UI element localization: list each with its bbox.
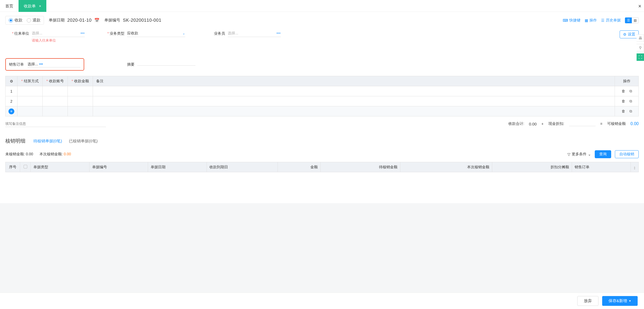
col-this-verify[interactable]: 本次核销金额 xyxy=(400,162,492,172)
shortcut-link[interactable]: ⌨ 快捷键 xyxy=(563,18,580,23)
col-discount[interactable]: 折扣分摊额 xyxy=(492,162,572,172)
salesman-select[interactable]: 选择... ••• xyxy=(228,30,281,37)
add-row-button[interactable]: + xyxy=(8,108,14,114)
col-no[interactable]: 单据编号 xyxy=(89,162,148,172)
col-type[interactable]: 单据类型 xyxy=(31,162,90,172)
customer-field-wrapper: *往来单位 选择... ••• 请输入往来单位 xyxy=(5,30,85,37)
salesman-field-wrapper: 业务员 选择... ••• xyxy=(201,30,281,37)
sort-icon[interactable]: ▲▼ xyxy=(634,166,636,170)
this-verify-val: 0.00 xyxy=(64,152,71,156)
col-action: 操作 xyxy=(615,76,639,86)
operate-link[interactable]: ▦ 操作 xyxy=(585,18,597,23)
payment-table: ⚙ 结算方式 收款账号 收款金额 备注 操作 1 🗑⧉ 2 🗑⧉ xyxy=(5,76,639,116)
auto-verify-button[interactable]: 自动核销 xyxy=(615,150,639,158)
col-amount[interactable]: 金额 xyxy=(278,162,320,172)
tab-receipt[interactable]: 收款单 × xyxy=(19,0,46,12)
calendar-icon[interactable]: 📅 xyxy=(94,18,100,23)
writeoff-value: 0.00 xyxy=(630,121,639,126)
more-icon: ••• xyxy=(80,31,85,35)
doc-date-label: 单据日期 xyxy=(49,18,65,23)
view-card-btn[interactable]: ▤ xyxy=(632,17,639,23)
col-account: 收款账号 xyxy=(43,76,68,86)
side-tool-link[interactable]: ⚲ xyxy=(637,44,644,51)
writeoff-label: 可核销金额 xyxy=(607,121,626,126)
col-due[interactable]: 收款到期日 xyxy=(207,162,278,172)
doc-date-value[interactable]: 2020-01-10 xyxy=(67,18,92,23)
more-conditions[interactable]: ▽ 更多条件 ⌄ xyxy=(567,152,591,157)
total-label: 收款合计: xyxy=(508,121,524,126)
unverified-val: 0.00 xyxy=(26,152,33,156)
col-pending[interactable]: 待核销金额 xyxy=(320,162,400,172)
radio-refund[interactable]: 退款 xyxy=(27,18,41,23)
keyboard-icon: ⌨ xyxy=(563,18,568,22)
side-tool-expand[interactable]: ⛶ xyxy=(637,53,644,61)
copy-icon[interactable]: ⧉ xyxy=(629,109,632,113)
tab-home[interactable]: 首页 xyxy=(0,0,19,12)
side-tool-print[interactable]: 🖶 xyxy=(637,34,644,42)
doc-no-value: SK-20200110-001 xyxy=(123,18,162,23)
table-row[interactable]: 2 🗑⧉ xyxy=(6,96,639,106)
sales-order-select[interactable]: 选择... ••• xyxy=(28,61,80,67)
col-sales-order[interactable]: 销售订单 xyxy=(572,162,631,172)
delete-icon[interactable]: 🗑 xyxy=(621,89,625,93)
verify-title: 核销明细 xyxy=(5,138,25,144)
copy-icon[interactable]: ⧉ xyxy=(629,89,632,93)
gear-icon[interactable]: ⚙ xyxy=(10,79,13,83)
grid-icon: ▦ xyxy=(585,18,588,22)
list-icon: ☰ xyxy=(601,18,605,22)
history-link[interactable]: ☰ 历史单据 xyxy=(601,18,621,23)
biztype-select[interactable]: 应收款 ⌄ xyxy=(127,30,185,37)
close-icon[interactable]: × xyxy=(39,4,41,8)
more-icon: ••• xyxy=(39,62,43,66)
col-date[interactable]: 单据日期 xyxy=(148,162,207,172)
chevron-down-icon: ⌄ xyxy=(588,152,591,156)
col-amount: 收款金额 xyxy=(68,76,93,86)
delete-icon[interactable]: 🗑 xyxy=(621,99,625,103)
table-row[interactable]: 1 🗑⧉ xyxy=(6,86,639,96)
verify-tab-pending[interactable]: 待核销单据(0笔) xyxy=(33,139,62,144)
verify-table: 序号 单据类型 单据编号 单据日期 收款到期日 金额 待核销金额 本次核销金额 … xyxy=(5,162,639,172)
col-remark: 备注 xyxy=(93,76,615,86)
total-value: 0.00 xyxy=(529,122,536,126)
abstract-field-wrapper: 摘要 xyxy=(111,58,195,71)
doc-no-label: 单据编号 xyxy=(104,18,120,23)
sales-order-highlight: 销售订单 选择... ••• xyxy=(5,58,84,71)
col-seq: 序号 xyxy=(6,162,20,172)
radio-receive[interactable]: 收款 xyxy=(9,18,23,23)
col-settle-method: 结算方式 xyxy=(17,76,43,86)
radio-checked-icon xyxy=(9,18,13,22)
table-add-row: + 🗑⧉ xyxy=(6,106,639,116)
filter-icon: ▽ xyxy=(567,152,570,156)
discount-input[interactable] xyxy=(569,121,596,126)
tab-receipt-label: 收款单 xyxy=(24,4,36,8)
more-icon: ••• xyxy=(276,31,281,35)
remark-input[interactable] xyxy=(5,121,106,127)
copy-icon[interactable]: ⧉ xyxy=(629,99,632,103)
customer-error: 请输入往来单位 xyxy=(32,38,56,43)
query-button[interactable]: 查询 xyxy=(595,150,611,158)
abstract-input[interactable] xyxy=(137,63,195,66)
verify-tab-done[interactable]: 已核销单据(0笔) xyxy=(69,139,97,144)
discount-label: 现金折扣: xyxy=(548,121,564,126)
receipt-type-radio: 收款 退款 xyxy=(5,16,44,25)
select-all-checkbox[interactable] xyxy=(24,165,27,169)
delete-icon[interactable]: 🗑 xyxy=(621,109,625,113)
view-list-btn[interactable]: ☰ xyxy=(625,17,632,23)
radio-unchecked-icon xyxy=(27,18,31,22)
biztype-field-wrapper: *业务类型 应收款 ⌄ xyxy=(101,30,185,37)
close-all-icon[interactable]: × xyxy=(638,3,641,9)
chevron-down-icon: ⌄ xyxy=(182,31,185,35)
customer-select[interactable]: 选择... ••• xyxy=(32,30,85,37)
